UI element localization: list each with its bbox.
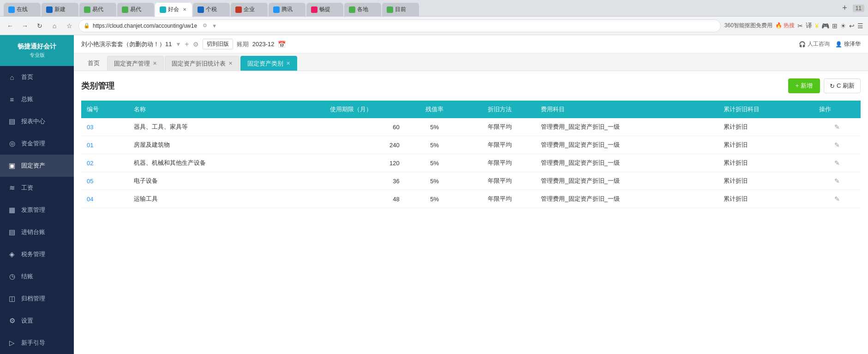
sidebar-item-payroll[interactable]: ≋工资 — [0, 177, 74, 199]
page-tab-close[interactable]: ✕ — [228, 60, 233, 66]
forward-btn[interactable]: → — [19, 20, 30, 31]
tab-close-btn[interactable]: ✕ — [183, 7, 186, 12]
browser-tab-t2[interactable]: 新建 — [42, 3, 78, 17]
browser-tab-t1[interactable]: 在线 — [4, 3, 41, 17]
browser-tab-t4[interactable]: 易代 — [117, 3, 154, 17]
page-tab-close[interactable]: ✕ — [153, 60, 157, 66]
service-btn[interactable]: 🎧 人工咨询 — [799, 40, 830, 48]
sidebar-icon-fixed-assets: ▣ — [7, 162, 17, 170]
content-area: 类别管理 + 新增 ↻ C 刷新 编号名称使用期限（月）残值率折旧方法费用科目累… — [74, 71, 868, 354]
sidebar-item-settings[interactable]: ⚙设置 — [0, 310, 74, 332]
sidebar-icon-checkout: ◷ — [7, 272, 17, 281]
browser-tab-t9[interactable]: 畅提 — [306, 3, 343, 17]
menu-icon[interactable]: ☰ — [857, 22, 863, 30]
sidebar-icon-guide: ▷ — [7, 339, 17, 347]
page-tab-bar: 首页固定资产管理✕固定资产折旧统计表✕固定资产类别✕ — [74, 54, 868, 71]
edit-cell[interactable]: ✎ — [814, 154, 861, 172]
code-cell[interactable]: 03 — [81, 118, 128, 136]
code-cell[interactable]: 01 — [81, 136, 128, 154]
browser-tab-t3[interactable]: 易代 — [79, 3, 116, 17]
table-header: 编号名称使用期限（月）残值率折旧方法费用科目累计折旧科目操作 — [81, 101, 861, 118]
browser-tab-t5[interactable]: 好会✕ — [155, 3, 192, 17]
sidebar-label-ledger: 总账 — [21, 95, 33, 103]
page-tab-label: 固定资产管理 — [114, 60, 150, 68]
data-cell: 5% — [405, 118, 464, 136]
sidebar-label-guide: 新手引导 — [21, 339, 45, 347]
code-cell[interactable]: 05 — [81, 172, 128, 190]
sidebar-item-reports[interactable]: ▤报表中心 — [0, 110, 74, 132]
table-row: 05电子设备365%年限平均管理费用_固定资产折旧_一级累计折旧✎ — [81, 172, 861, 190]
data-cell: 器具、工具、家具等 — [128, 118, 297, 136]
add-btn[interactable]: + 新增 — [788, 78, 820, 93]
browser-tab-t11[interactable]: 目前 — [382, 3, 419, 17]
sidebar-icon-settings: ⚙ — [7, 317, 17, 325]
refresh-btn[interactable]: ↻ C 刷新 — [824, 78, 861, 93]
sun-icon[interactable]: ☀ — [840, 22, 846, 30]
sidebar-item-archive[interactable]: ◫归档管理 — [0, 288, 74, 310]
sidebar-item-invoice[interactable]: ▦发票管理 — [0, 199, 74, 221]
browser-tab-t8[interactable]: 腾讯 — [269, 3, 305, 17]
page-tab-asset-category[interactable]: 固定资产类别✕ — [240, 56, 297, 71]
home-btn[interactable]: ⌂ — [49, 20, 60, 31]
table-header-cell: 操作 — [814, 101, 861, 118]
browser-tab-t7[interactable]: 企业 — [231, 3, 268, 17]
code-cell[interactable]: 04 — [81, 190, 128, 208]
undo-icon[interactable]: ↩ — [849, 22, 855, 30]
sidebar-label-checkout: 结账 — [21, 272, 33, 281]
edit-cell[interactable]: ✎ — [814, 190, 861, 208]
coin-icon[interactable]: ¥ — [815, 22, 819, 30]
table-body: 03器具、工具、家具等605%年限平均管理费用_固定资产折旧_一级累计折旧✎01… — [81, 118, 861, 208]
sidebar-item-funds[interactable]: ◎资金管理 — [0, 132, 74, 155]
user-name: 徐泽华 — [844, 40, 861, 48]
new-tab-btn[interactable]: + — [840, 3, 849, 13]
page-title: 类别管理 — [81, 80, 114, 91]
dropdown-icon[interactable]: ▼ — [175, 41, 181, 48]
game-icon[interactable]: 🎮 — [821, 22, 829, 30]
page-tab-label: 固定资产折旧统计表 — [172, 60, 226, 68]
sidebar-item-ledger[interactable]: ≡总账 — [0, 88, 74, 110]
edit-cell[interactable]: ✎ — [814, 172, 861, 190]
table-header-cell: 名称 — [128, 101, 297, 118]
hot-label: 🔥 热搜 — [775, 22, 795, 30]
sidebar-item-guide[interactable]: ▷新手引导 — [0, 332, 74, 354]
translate-icon[interactable]: 译 — [806, 22, 812, 30]
grid-icon[interactable]: ⊞ — [832, 22, 838, 30]
sidebar-item-tax[interactable]: ◈税务管理 — [0, 243, 74, 265]
tab-label: 新建 — [54, 6, 66, 13]
browser-tab-t6[interactable]: 个税 — [193, 3, 230, 17]
table-header-cell: 残值率 — [405, 101, 464, 118]
period-label: 账期 — [237, 40, 249, 48]
calendar-icon[interactable]: 📅 — [278, 41, 286, 48]
address-box[interactable]: 🔒 https://cloud.chanjet.com/accounting/u… — [78, 19, 721, 32]
page-tab-fixed-asset-mgmt[interactable]: 固定资产管理✕ — [107, 56, 164, 71]
edit-cell[interactable]: ✎ — [814, 136, 861, 154]
sidebar-item-fixed-assets[interactable]: ▣固定资产 — [0, 155, 74, 177]
sidebar-item-checkout[interactable]: ◷结账 — [0, 265, 74, 288]
page-tab-depreciation-table[interactable]: 固定资产折旧统计表✕ — [165, 56, 239, 71]
scissors-icon[interactable]: ✂ — [797, 22, 803, 30]
sidebar-item-home[interactable]: ⌂首页 — [0, 66, 74, 88]
data-cell: 36 — [297, 172, 405, 190]
data-cell: 5% — [405, 190, 464, 208]
sidebar-item-inventory[interactable]: ▤进销台账 — [0, 221, 74, 243]
tab-label: 畅提 — [319, 6, 330, 13]
browser-tab-t10[interactable]: 各地 — [344, 3, 381, 17]
code-cell[interactable]: 02 — [81, 154, 128, 172]
add-company-btn[interactable]: + — [185, 40, 189, 48]
settings-icon[interactable]: ⚙ — [193, 41, 199, 48]
switch-version-btn[interactable]: 切到旧版 — [203, 39, 233, 49]
sidebar-label-fixed-assets: 固定资产 — [21, 162, 45, 170]
topbar-right: 🎧 人工咨询 👤 徐泽华 — [799, 40, 861, 48]
page-tab-home[interactable]: 首页 — [81, 56, 106, 71]
tab-label: 易代 — [92, 6, 103, 13]
sidebar-icon-ledger: ≡ — [7, 96, 17, 103]
back-btn[interactable]: ← — [5, 20, 16, 31]
period-value: 2023-12 — [252, 41, 275, 48]
page-tab-close[interactable]: ✕ — [286, 60, 290, 66]
edit-cell[interactable]: ✎ — [814, 118, 861, 136]
data-cell: 5% — [405, 136, 464, 154]
bookmark-btn[interactable]: ☆ — [64, 20, 75, 31]
reload-btn[interactable]: ↻ — [34, 20, 45, 31]
tab-label: 各地 — [357, 6, 368, 13]
topbar-left: 刘小艳演示套套（勿删勿动！）11 ▼ + ⚙ 切到旧版 账期 2023-12 📅 — [81, 39, 793, 49]
